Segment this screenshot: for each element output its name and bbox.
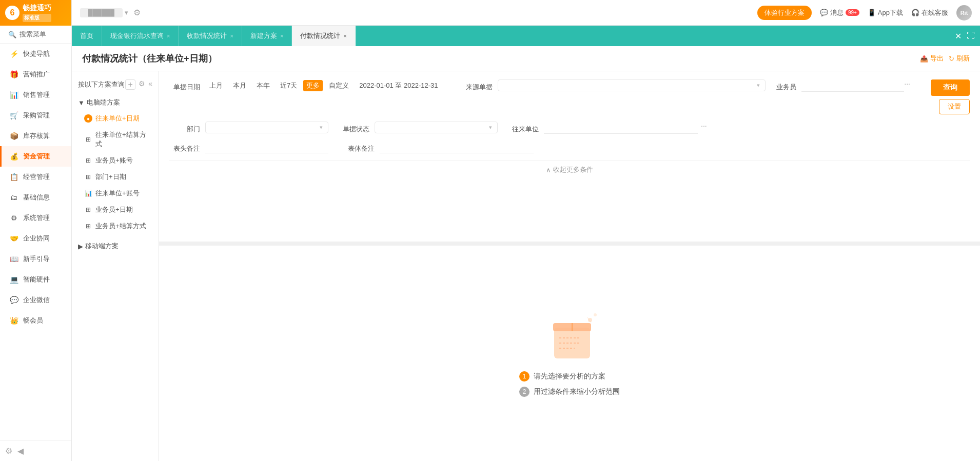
empty-tip-item-1: 1 请先选择要分析的方案 <box>519 371 620 382</box>
header-note-input[interactable] <box>205 141 328 153</box>
page-title: 付款情况统计（往来单位+日期） <box>82 52 217 65</box>
filter-area: 单据日期 上月 本月 本年 近7天 更多 自定义 2022-01-01 至 20… <box>159 71 980 242</box>
date-7days-btn[interactable]: 近7天 <box>276 79 301 92</box>
sidebar-item-operation[interactable]: 📋 经营管理 <box>0 167 71 187</box>
sidebar-item-basic[interactable]: 🗂 基础信息 <box>0 187 71 208</box>
settings-btn[interactable]: 设置 <box>939 99 970 114</box>
tab-receipt-stats-label: 收款情况统计 <box>187 31 227 41</box>
source-dropdown-arrow: ▾ <box>757 82 760 89</box>
tab-receipt-close[interactable]: × <box>230 33 233 39</box>
scheme-settings-icon[interactable]: ⚙ <box>139 79 145 90</box>
company-dropdown-icon[interactable]: ▾ <box>125 9 128 16</box>
dept-select[interactable]: ▾ <box>205 122 328 133</box>
scheme-add-icon[interactable]: + <box>125 79 135 90</box>
tab-bank-flow-close[interactable]: × <box>167 33 170 39</box>
tab-home[interactable]: 首页 <box>72 26 102 46</box>
scheme-item-partner-account[interactable]: 📊 往来单位+账号 <box>72 185 159 202</box>
sidebar-item-system[interactable]: ⚙ 系统管理 <box>0 208 71 228</box>
app-download-btn[interactable]: 📱 App下载 <box>868 8 903 17</box>
tab-receipt-stats[interactable]: 收款情况统计 × <box>179 26 242 46</box>
date-custom-btn[interactable]: 自定义 <box>325 79 353 92</box>
sidebar-bottom: ⚙ ◀ <box>0 440 71 461</box>
empty-tip-item-2: 2 用过滤条件来缩小分析范围 <box>519 387 620 397</box>
pc-group-arrow: ▼ <box>78 99 85 107</box>
tab-bank-flow[interactable]: 现金银行流水查询 × <box>102 26 179 46</box>
user-avatar[interactable]: Rit <box>956 5 972 21</box>
export-btn[interactable]: 📤 导出 <box>920 54 944 63</box>
sidebar-item-member[interactable]: 👑 畅会员 <box>0 310 71 331</box>
refresh-btn[interactable]: ↻ 刷新 <box>949 54 970 63</box>
voucher-status-label: 单据状态 <box>339 122 375 134</box>
export-icon: 📤 <box>920 55 928 63</box>
source-select[interactable]: ▾ <box>498 79 766 91</box>
search-menu-item[interactable]: 🔍 搜索菜单 <box>0 26 71 44</box>
sidebar-item-coop[interactable]: 🤝 企业协同 <box>0 228 71 249</box>
scheme-item-staff-account[interactable]: ⊞ 业务员+账号 <box>72 152 159 169</box>
main-area: ██████ ▾ ⚙ 体验行业方案 💬 消息 99+ 📱 App下载 🎧 在线客… <box>72 0 980 461</box>
sidebar-item-marketing[interactable]: 🎁 营销推广 <box>0 64 71 85</box>
wechat-icon: 💬 <box>9 295 19 305</box>
mobile-group-arrow: ▶ <box>78 243 83 250</box>
scheme-item-staff-date[interactable]: ⊞ 业务员+日期 <box>72 202 159 218</box>
tab-new-scheme[interactable]: 新建方案 × <box>242 26 292 46</box>
sidebar-item-guide[interactable]: 📖 新手引导 <box>0 249 71 269</box>
sidebar-item-finance[interactable]: 💰 资金管理 <box>0 146 71 167</box>
voucher-status-select[interactable]: ▾ <box>375 122 498 133</box>
partner-input[interactable] <box>544 122 698 134</box>
sidebar-item-label: 经营管理 <box>23 172 50 182</box>
scheme-item-label: 往来单位+结算方式 <box>95 130 152 149</box>
scheme-item-staff-settle[interactable]: ⊞ 业务员+结算方式 <box>72 218 159 234</box>
query-btn[interactable]: 查询 <box>931 79 970 96</box>
online-service-btn[interactable]: 🎧 在线客服 <box>911 8 948 17</box>
collapse-bar: ∧ 收起更多条件 <box>169 161 970 178</box>
finance-icon: 💰 <box>9 151 19 162</box>
date-this-year-btn[interactable]: 本年 <box>252 79 274 92</box>
tab-new-scheme-close[interactable]: × <box>280 33 283 39</box>
date-last-month-btn[interactable]: 上月 <box>205 79 227 92</box>
sidebar-collapse-btn[interactable]: ◀ <box>17 446 24 456</box>
partner-dots-btn[interactable]: ··· <box>701 122 707 130</box>
sidebar-item-sales[interactable]: 📊 销售管理 <box>0 85 71 105</box>
scheme-chart-icon: 📊 <box>84 189 92 197</box>
svg-point-7 <box>594 313 597 316</box>
sidebar: 6 畅捷通巧 标准版 🔍 搜索菜单 ⚡ 快捷导航 🎁 营销推广 📊 销售管理 🛒… <box>0 0 72 461</box>
tab-payment-stats[interactable]: 付款情况统计 × <box>292 26 355 46</box>
scheme-item-dept-date[interactable]: ⊞ 部门+日期 <box>72 169 159 185</box>
staff-dots-btn[interactable]: ··· <box>904 79 910 88</box>
sidebar-item-hardware[interactable]: 💻 智能硬件 <box>0 269 71 290</box>
pc-group-title[interactable]: ▼ 电脑端方案 <box>72 95 159 110</box>
tab-expand-icon[interactable]: ⛶ <box>967 31 975 41</box>
tab-payment-stats-close[interactable]: × <box>343 33 346 39</box>
body-note-input[interactable] <box>380 141 534 153</box>
date-more-btn[interactable]: 更多 <box>303 80 323 91</box>
sidebar-settings-btn[interactable]: ⚙ <box>5 446 12 456</box>
scheme-item-label: 业务员+结算方式 <box>95 222 146 231</box>
mobile-group-title[interactable]: ▶ 移动端方案 <box>72 238 159 254</box>
date-this-month-btn[interactable]: 本月 <box>229 79 250 92</box>
sales-icon: 📊 <box>9 90 19 100</box>
messages-btn[interactable]: 💬 消息 99+ <box>820 8 859 17</box>
date-label: 单据日期 <box>169 79 205 92</box>
sidebar-item-quick-nav[interactable]: ⚡ 快捷导航 <box>0 44 71 64</box>
scheme-panel-label: 按以下方案查询 <box>78 80 125 89</box>
dept-dropdown-arrow: ▾ <box>320 124 323 131</box>
sidebar-item-wechat[interactable]: 💬 企业微信 <box>0 290 71 310</box>
collapse-btn[interactable]: ∧ 收起更多条件 <box>546 165 593 174</box>
scheme-collapse-icon[interactable]: « <box>148 79 152 90</box>
header-settings-icon[interactable]: ⚙ <box>133 8 141 17</box>
try-industry-btn[interactable]: 体验行业方案 <box>757 6 812 20</box>
inventory-icon: 📦 <box>9 131 19 141</box>
staff-input[interactable] <box>801 79 904 92</box>
member-icon: 👑 <box>9 315 19 326</box>
sidebar-item-purchase[interactable]: 🛒 采购管理 <box>0 105 71 126</box>
sidebar-item-label: 采购管理 <box>23 111 50 120</box>
tab-close-all-icon[interactable]: ✕ <box>955 31 962 41</box>
sidebar-item-label: 快捷导航 <box>23 49 50 58</box>
scheme-item-partner-date[interactable]: ● 往来单位+日期 <box>72 110 159 127</box>
sidebar-item-inventory[interactable]: 📦 库存核算 <box>0 126 71 146</box>
collapse-btn-label: 收起更多条件 <box>553 165 593 174</box>
scheme-active-icon: ● <box>84 114 92 123</box>
scheme-item-partner-settle[interactable]: ⊞ 往来单位+结算方式 <box>72 127 159 152</box>
messages-badge: 99+ <box>846 9 859 16</box>
messages-label: 消息 <box>830 8 844 17</box>
